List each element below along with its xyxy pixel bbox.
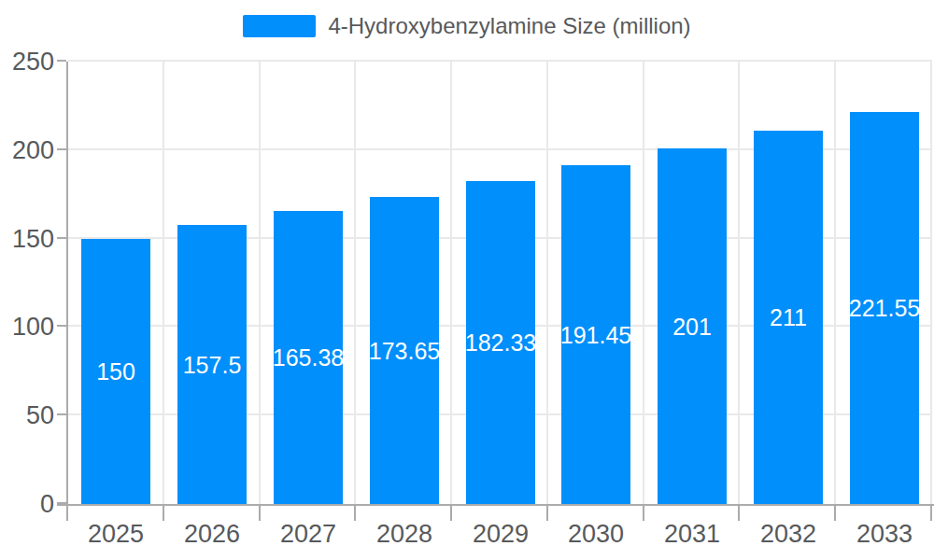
plot-area: 0501001502002502025202620272028202920302… (68, 62, 932, 504)
y-axis-label: 250 (12, 49, 54, 75)
legend-marker (243, 15, 316, 37)
y-gridline (68, 60, 932, 62)
bar-value-label: 165.38 (273, 346, 344, 370)
y-axis-label: 100 (12, 315, 54, 340)
legend[interactable]: 4-Hydroxybenzylamine Size (million) (0, 13, 934, 40)
y-axis-label: 200 (12, 138, 54, 163)
y-tick (57, 237, 66, 239)
bar-value-label: 173.65 (369, 339, 440, 362)
x-axis-label-2031: 2031 (664, 522, 720, 547)
y-tick (57, 325, 66, 327)
bar-value-label: 150 (96, 360, 135, 384)
x-axis-label-2029: 2029 (473, 522, 529, 547)
x-gridline (643, 62, 644, 504)
x-tick (738, 506, 740, 521)
bar-value-label: 191.45 (560, 323, 631, 346)
y-tick (57, 413, 66, 415)
y-tick (57, 60, 66, 62)
x-axis-label-2027: 2027 (280, 522, 336, 547)
y-axis-label: 150 (12, 227, 54, 252)
x-gridline (546, 62, 548, 504)
y-axis-label: 50 (26, 403, 54, 428)
x-axis-label-2033: 2033 (856, 522, 913, 547)
bar-chart: 4-Hydroxybenzylamine Size (million) 0501… (0, 0, 934, 560)
bar-2029[interactable]: 182.33 (466, 181, 535, 504)
x-gridline (450, 62, 452, 504)
bar-2027[interactable]: 165.38 (274, 211, 343, 504)
bar-value-label: 182.33 (465, 331, 536, 355)
x-tick (354, 506, 356, 521)
x-axis-line (57, 504, 934, 506)
x-tick (259, 506, 261, 521)
x-gridline (354, 62, 356, 504)
x-axis-label-2028: 2028 (376, 522, 432, 547)
bar-2030[interactable]: 191.45 (561, 165, 630, 504)
x-gridline (834, 62, 836, 504)
bar-2032[interactable]: 211 (754, 131, 823, 504)
x-tick (834, 506, 836, 521)
x-tick (450, 506, 452, 521)
bar-value-label: 221.55 (849, 297, 920, 320)
bar-value-label: 211 (770, 306, 807, 329)
x-axis-label-2025: 2025 (88, 522, 144, 547)
x-axis-label-2026: 2026 (184, 522, 240, 547)
bar-2025[interactable]: 150 (81, 239, 150, 504)
x-axis-label-2030: 2030 (568, 522, 624, 547)
x-tick (546, 506, 548, 521)
y-axis-line (66, 62, 68, 521)
bar-value-label: 157.5 (183, 353, 242, 376)
bar-2026[interactable]: 157.5 (177, 225, 247, 504)
x-gridline (738, 62, 740, 504)
x-axis-label-2032: 2032 (760, 522, 816, 547)
legend-label: 4-Hydroxybenzylamine Size (million) (328, 13, 690, 40)
x-tick (930, 506, 932, 521)
y-tick (57, 148, 66, 150)
x-tick (643, 506, 644, 521)
bar-2031[interactable]: 201 (658, 148, 727, 504)
bar-value-label: 201 (672, 315, 712, 338)
x-tick (163, 506, 164, 521)
x-gridline (259, 62, 261, 504)
x-gridline (163, 62, 164, 504)
y-tick (57, 502, 66, 504)
bar-2028[interactable]: 173.65 (370, 197, 439, 504)
y-axis-label: 0 (40, 492, 54, 517)
x-gridline (930, 62, 932, 504)
bar-2033[interactable]: 221.55 (850, 112, 919, 504)
